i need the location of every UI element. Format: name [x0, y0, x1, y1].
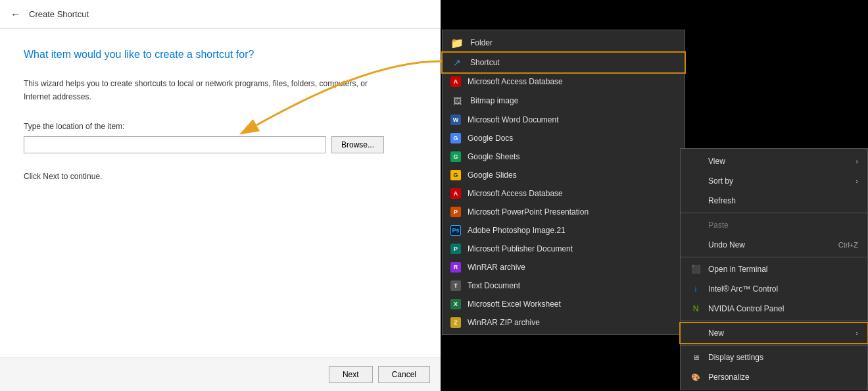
- menu-item-photoshop[interactable]: Ps Adobe Photoshop Image.21: [443, 221, 685, 240]
- menu-item-gdocs[interactable]: G Google Docs: [443, 129, 685, 147]
- ctx-item-personalize[interactable]: 🎨 Personalize: [681, 367, 867, 387]
- refresh-icon: [690, 195, 702, 207]
- menu-item-winrar[interactable]: R WinRAR archive: [443, 258, 685, 276]
- dialog-footer: Next Cancel: [0, 357, 441, 391]
- personalize-icon: 🎨: [690, 371, 702, 383]
- access-icon-2: A: [450, 188, 461, 199]
- ctx-terminal-label: Open in Terminal: [708, 265, 768, 274]
- photoshop-icon: Ps: [450, 225, 461, 236]
- ctx-personalize-label: Personalize: [708, 373, 750, 382]
- menu-item-access2[interactable]: A Microsoft Access Database: [443, 184, 685, 203]
- menu-item-ppt-label: Microsoft PowerPoint Presentation: [468, 207, 589, 217]
- word-icon: W: [450, 115, 461, 125]
- back-arrow-icon[interactable]: ←: [11, 9, 21, 20]
- new-arrow-icon: ›: [856, 329, 858, 337]
- browse-button[interactable]: Browse...: [331, 136, 384, 153]
- menu-item-gsheets[interactable]: G Google Sheets: [443, 147, 685, 166]
- ctx-separator-2: [681, 257, 867, 257]
- menu-item-gsheets-label: Google Sheets: [468, 152, 519, 161]
- sort-arrow-icon: ›: [856, 177, 858, 185]
- menu-item-gslides-label: Google Slides: [468, 170, 517, 180]
- bitmap-icon: 🖼: [450, 94, 464, 107]
- excel-icon: X: [450, 299, 461, 309]
- menu-item-excel-label: Microsoft Excel Worksheet: [468, 300, 561, 309]
- undo-icon: [690, 239, 702, 251]
- menu-item-publisher[interactable]: P Microsoft Publisher Document: [443, 240, 685, 258]
- next-button[interactable]: Next: [329, 366, 373, 383]
- dialog-description: This wizard helps you to create shortcut…: [24, 78, 392, 103]
- ctx-new-label: New: [708, 328, 724, 338]
- ctx-item-paste[interactable]: Paste: [681, 215, 867, 235]
- cancel-button[interactable]: Cancel: [378, 366, 430, 383]
- menu-item-bitmap-label: Bitmap image: [470, 96, 518, 105]
- ctx-item-undo-new[interactable]: Undo New Ctrl+Z: [681, 235, 867, 255]
- dialog-title: Create Shortcut: [29, 9, 89, 19]
- ctx-item-view[interactable]: View ›: [681, 151, 867, 171]
- ctx-item-nvidia[interactable]: N NVIDIA Control Panel: [681, 299, 867, 319]
- menu-item-publisher-label: Microsoft Publisher Document: [468, 244, 573, 253]
- menu-item-access1-label: Microsoft Access Database: [468, 77, 563, 86]
- menu-item-text-label: Text Document: [468, 281, 520, 290]
- create-shortcut-dialog: ← Create Shortcut What item would you li…: [0, 0, 441, 391]
- undo-shortcut: Ctrl+Z: [838, 241, 858, 249]
- text-icon: T: [450, 280, 461, 291]
- menu-item-access2-label: Microsoft Access Database: [468, 189, 563, 198]
- menu-item-gslides[interactable]: G Google Slides: [443, 166, 685, 184]
- new-submenu: 📁 Folder ↗ Shortcut A Microsoft Access D…: [442, 30, 685, 335]
- menu-item-winrar-label: WinRAR archive: [468, 263, 525, 272]
- ctx-sort-label: Sort by: [708, 176, 733, 186]
- winrar-icon: R: [450, 262, 461, 273]
- ctx-intel-label: Intel® Arc™ Control: [708, 284, 778, 294]
- ctx-undo-label: Undo New: [708, 240, 745, 249]
- ctx-item-display[interactable]: 🖥 Display settings: [681, 348, 867, 367]
- display-icon: 🖥: [690, 352, 702, 363]
- ctx-separator-4: [681, 345, 867, 346]
- ctx-item-sort-by[interactable]: Sort by ›: [681, 171, 867, 191]
- dialog-titlebar: ← Create Shortcut: [0, 0, 441, 29]
- shortcut-icon: ↗: [450, 56, 464, 69]
- location-label: Type the location of the item:: [24, 122, 417, 131]
- location-input-row: Browse...: [24, 136, 417, 153]
- intel-icon: i: [690, 283, 702, 295]
- menu-item-access1[interactable]: A Microsoft Access Database: [443, 72, 685, 91]
- menu-item-shortcut[interactable]: ↗ Shortcut: [443, 53, 685, 72]
- ctx-refresh-label: Refresh: [708, 196, 736, 205]
- menu-item-excel[interactable]: X Microsoft Excel Worksheet: [443, 295, 685, 313]
- publisher-icon: P: [450, 244, 461, 254]
- menu-item-text[interactable]: T Text Document: [443, 276, 685, 295]
- sort-icon: [690, 175, 702, 187]
- folder-icon: 📁: [450, 36, 464, 49]
- ctx-nvidia-label: NVIDIA Control Panel: [708, 304, 784, 313]
- gsheets-icon: G: [450, 151, 461, 162]
- menu-item-gdocs-label: Google Docs: [468, 134, 513, 143]
- winrar-zip-icon: Z: [450, 317, 461, 328]
- menu-item-folder[interactable]: 📁 Folder: [443, 33, 685, 53]
- new-icon: [690, 327, 702, 339]
- menu-item-word[interactable]: W Microsoft Word Document: [443, 111, 685, 129]
- ctx-view-label: View: [708, 157, 725, 166]
- click-next-text: Click Next to continue.: [24, 172, 417, 181]
- location-input[interactable]: [24, 136, 326, 153]
- ctx-item-new[interactable]: New ›: [681, 323, 867, 343]
- ctx-item-intel-arc[interactable]: i Intel® Arc™ Control: [681, 279, 867, 299]
- menu-item-winrar-zip[interactable]: Z WinRAR ZIP archive: [443, 313, 685, 332]
- menu-item-photoshop-label: Adobe Photoshop Image.21: [468, 226, 566, 235]
- terminal-icon: ⬛: [690, 263, 702, 275]
- view-icon: [690, 155, 702, 167]
- menu-item-shortcut-label: Shortcut: [470, 58, 500, 67]
- ctx-paste-label: Paste: [708, 221, 729, 230]
- gslides-icon: G: [450, 170, 461, 180]
- menu-item-bitmap[interactable]: 🖼 Bitmap image: [443, 91, 685, 111]
- ctx-item-terminal[interactable]: ⬛ Open in Terminal: [681, 259, 867, 279]
- ctx-separator-1: [681, 213, 867, 213]
- ctx-item-refresh[interactable]: Refresh: [681, 191, 867, 211]
- menu-item-ppt[interactable]: P Microsoft PowerPoint Presentation: [443, 203, 685, 221]
- access-icon-1: A: [450, 76, 461, 87]
- ppt-icon: P: [450, 207, 461, 217]
- nvidia-icon: N: [690, 303, 702, 315]
- dialog-body: What item would you like to create a sho…: [0, 29, 441, 357]
- gdocs-icon: G: [450, 133, 461, 143]
- view-arrow-icon: ›: [856, 157, 858, 165]
- paste-icon: [690, 219, 702, 231]
- menu-item-word-label: Microsoft Word Document: [468, 115, 559, 124]
